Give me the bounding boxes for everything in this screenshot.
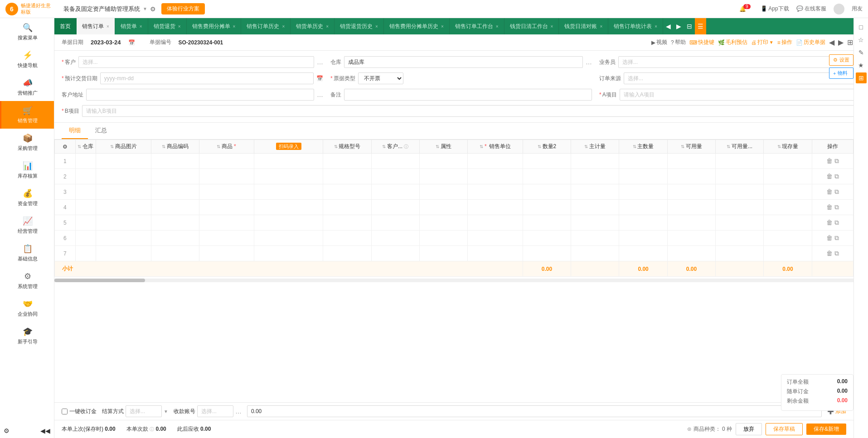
calendar-icon[interactable]: 📅 xyxy=(316,75,323,82)
grid-view-btn[interactable]: ⊞ xyxy=(847,38,853,47)
save-new-button[interactable]: 保存&新增 xyxy=(806,424,846,435)
row-copy-4[interactable]: ⧉ xyxy=(834,203,839,211)
row-sales-unit-2[interactable] xyxy=(468,169,523,184)
row-spec-2[interactable] xyxy=(323,169,371,184)
industry-btn[interactable]: 体验行业方案 xyxy=(161,3,205,14)
tab-close-order-history[interactable]: × xyxy=(282,24,285,29)
tab-close-return[interactable]: × xyxy=(178,24,181,29)
delivery-input[interactable] xyxy=(100,72,314,84)
row-delete-1[interactable]: 🗑 xyxy=(826,157,833,165)
warehouse-input[interactable] xyxy=(344,56,583,68)
right-panel-btn-2[interactable]: ☆ xyxy=(856,34,867,45)
help-link[interactable]: ? 帮助 xyxy=(671,39,686,46)
row-delete-3[interactable]: 🗑 xyxy=(826,188,833,196)
right-panel-btn-5[interactable]: ⊞ xyxy=(856,72,867,83)
tab-return[interactable]: 销货退货 × xyxy=(148,18,187,34)
col-settings[interactable]: ⚙ xyxy=(55,140,76,154)
row-delete-4[interactable]: 🗑 xyxy=(826,203,833,211)
row-scan-1[interactable] xyxy=(254,154,323,169)
row-customer-info-2[interactable] xyxy=(371,169,419,184)
sidebar-item-system[interactable]: ⚙ 系统管理 xyxy=(0,267,54,294)
row-product-code-2[interactable] xyxy=(151,169,199,184)
sidebar-item-marketing[interactable]: 📣 营销推广 xyxy=(0,73,54,101)
sidebar-item-guide[interactable]: 🎓 新手引导 xyxy=(0,322,54,350)
row-main-qty-1[interactable] xyxy=(619,154,667,169)
print-link[interactable]: 🖨 打印 ▼ xyxy=(751,39,774,46)
project-a-input[interactable] xyxy=(620,89,861,101)
tab-menu-btn[interactable]: ☰ xyxy=(695,18,706,34)
row-sales-unit-1[interactable] xyxy=(468,154,523,169)
row-delete-7[interactable]: 🗑 xyxy=(826,250,833,257)
sidebar-item-search[interactable]: 🔍 搜索菜单 xyxy=(0,18,54,46)
tab-close-sales-order[interactable]: × xyxy=(107,24,109,29)
row-product-code-1[interactable] xyxy=(151,154,199,169)
sidebar-item-base[interactable]: 📋 基础信息 xyxy=(0,239,54,267)
address-input[interactable] xyxy=(86,89,314,101)
profit-link[interactable]: 🌿 毛利预估 xyxy=(718,39,747,46)
row-customer-info-1[interactable] xyxy=(371,154,419,169)
tab-goods-history[interactable]: 销货单历史 × xyxy=(291,18,335,34)
collection-more-btn[interactable]: … xyxy=(235,408,242,415)
row-delete-6[interactable]: 🗑 xyxy=(826,234,833,242)
online-service-link[interactable]: 💬 在线客服 xyxy=(796,5,826,13)
row-copy-2[interactable]: ⧉ xyxy=(834,173,839,180)
shortcut-link[interactable]: ⌨ 快捷键 xyxy=(689,39,714,46)
app-download-link[interactable]: 📱 App下载 xyxy=(761,5,789,13)
row-attribute-2[interactable] xyxy=(419,169,467,184)
tab-home[interactable]: 首页 xyxy=(54,18,77,34)
row-main-qty-2[interactable] xyxy=(619,169,667,184)
row-scan-2[interactable] xyxy=(254,169,323,184)
staff-input[interactable] xyxy=(618,56,861,68)
row-copy-6[interactable]: ⧉ xyxy=(834,234,839,242)
tab-close-goods-history[interactable]: × xyxy=(326,24,329,29)
row-stock-2[interactable] xyxy=(764,169,812,184)
tab-return-history[interactable]: 销货退货历史 × xyxy=(335,18,384,34)
tab-close-fee-split[interactable]: × xyxy=(233,24,236,29)
tab-reconcile[interactable]: 钱货日清对账 × xyxy=(559,18,608,34)
row-main-unit-1[interactable] xyxy=(571,154,619,169)
sidebar-item-collab[interactable]: 🤝 企业协同 xyxy=(0,294,54,322)
right-panel-btn-1[interactable]: □ xyxy=(856,22,867,33)
project-b-input[interactable] xyxy=(82,105,861,117)
add-product-btn[interactable]: + 物料 xyxy=(829,67,853,79)
date-picker-icon[interactable]: 📅 xyxy=(128,39,135,46)
tab-close-daily-workbench[interactable]: × xyxy=(551,24,553,29)
setup-btn[interactable]: ⚙ 设置 xyxy=(829,54,853,66)
row-product-image-1[interactable] xyxy=(96,154,151,169)
tab-order-history[interactable]: 销售订单历史 × xyxy=(241,18,291,34)
row-delete-5[interactable]: 🗑 xyxy=(826,219,833,226)
tab-close-fee-history[interactable]: × xyxy=(441,24,444,29)
save-draft-button[interactable]: 保存草稿 xyxy=(766,423,803,435)
prev-record-btn[interactable]: ◀ xyxy=(829,38,834,47)
row-copy-7[interactable]: ⧉ xyxy=(834,250,839,257)
address-more-btn[interactable]: … xyxy=(317,91,323,98)
row-product-2[interactable] xyxy=(199,169,254,184)
col-scan[interactable]: 扫码录入 xyxy=(254,140,323,154)
row-attribute-1[interactable] xyxy=(419,154,467,169)
row-copy-3[interactable]: ⧉ xyxy=(834,188,839,196)
view-link[interactable]: ▶ 视频 xyxy=(651,39,667,46)
discard-button[interactable]: 放弃 xyxy=(736,423,762,435)
tab-close-order-workbench[interactable]: × xyxy=(496,24,499,29)
row-qty2-1[interactable] xyxy=(523,154,571,169)
notification-icon[interactable]: 🔔9 xyxy=(739,6,753,12)
tab-more-btn[interactable]: ⊟ xyxy=(684,18,695,34)
tab-stats[interactable]: 销售订单统计表 × xyxy=(608,18,663,34)
row-copy-1[interactable]: ⧉ xyxy=(834,157,839,165)
row-main-unit-2[interactable] xyxy=(571,169,619,184)
row-warehouse-1[interactable] xyxy=(75,154,96,169)
settlement-dropdown-icon[interactable]: ▼ xyxy=(164,409,168,414)
sidebar-item-purchase[interactable]: 📦 采购管理 xyxy=(0,129,54,156)
amount-input[interactable] xyxy=(247,405,822,417)
settings-icon[interactable]: ⚙ xyxy=(150,5,156,13)
order-source-input[interactable] xyxy=(624,72,861,84)
customer-input[interactable] xyxy=(78,56,314,68)
tab-next-btn[interactable]: ▶ xyxy=(674,18,684,34)
sidebar-item-operation[interactable]: 📈 经营管理 xyxy=(0,212,54,239)
row-available-more-2[interactable] xyxy=(716,169,764,184)
tab-sales-order[interactable]: 销售订单 × xyxy=(77,18,115,34)
tab-prev-btn[interactable]: ◀ xyxy=(663,18,674,34)
row-warehouse-2[interactable] xyxy=(75,169,96,184)
row-stock-1[interactable] xyxy=(764,154,812,169)
sidebar-item-finance[interactable]: 💰 资金管理 xyxy=(0,184,54,212)
